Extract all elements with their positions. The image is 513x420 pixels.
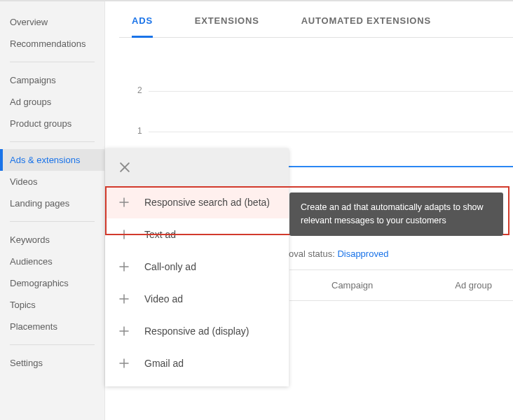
sidebar-item-videos[interactable]: Videos: [0, 171, 104, 192]
sidebar-item-audiences[interactable]: Audiences: [0, 251, 104, 272]
sidebar-item-overview[interactable]: Overview: [0, 11, 104, 33]
popup-option-video-ad[interactable]: Video ad: [105, 283, 289, 315]
option-label: Text ad: [144, 229, 176, 240]
sidebar-item-settings[interactable]: Settings: [0, 352, 104, 374]
table-header-row: Campaign Ad group: [289, 270, 513, 301]
sidebar-item-landing-pages[interactable]: Landing pages: [0, 192, 104, 214]
new-ad-popup: Responsive search ad (beta) Text ad Call…: [105, 148, 289, 386]
sidebar-item-ad-groups[interactable]: Ad groups: [0, 91, 104, 113]
close-icon[interactable]: [118, 160, 132, 174]
tooltip-text: Create an ad that automatically adapts t…: [301, 202, 484, 225]
option-label: Video ad: [144, 293, 183, 304]
sidebar-item-product-groups[interactable]: Product groups: [0, 113, 104, 134]
tab-extensions[interactable]: Extensions: [195, 15, 259, 37]
sidebar-item-placements[interactable]: Placements: [0, 316, 104, 337]
sidebar: Overview Recommendations Campaigns Ad gr…: [0, 1, 105, 420]
option-label: Responsive ad (display): [144, 326, 249, 337]
chart-tick-label: 1: [137, 126, 142, 136]
plus-icon: [118, 325, 130, 337]
chart-tick-label: 2: [137, 85, 142, 95]
tab-ads[interactable]: Ads: [132, 15, 153, 38]
divider: [10, 62, 95, 62]
option-label: Responsive search ad (beta): [144, 197, 270, 208]
popup-option-call-only-ad[interactable]: Call-only ad: [105, 251, 289, 283]
sidebar-item-ads-extensions[interactable]: Ads & extensions: [0, 149, 104, 171]
chart-gridline: [149, 132, 513, 132]
main-content: Ads Extensions Automated Extensions 2 1: [105, 1, 513, 420]
popup-option-text-ad[interactable]: Text ad: [105, 218, 289, 251]
column-header-campaign[interactable]: Campaign: [331, 280, 373, 290]
tab-automated-extensions[interactable]: Automated Extensions: [301, 15, 431, 37]
sidebar-item-demographics[interactable]: Demographics: [0, 272, 104, 294]
plus-icon: [118, 293, 130, 305]
plus-icon: [118, 228, 130, 241]
chart-gridline: [149, 91, 513, 92]
plus-icon: [118, 357, 130, 370]
approval-label: oval status:: [289, 248, 337, 259]
plus-icon: [118, 260, 130, 273]
app-root: Overview Recommendations Campaigns Ad gr…: [0, 0, 513, 420]
approval-status-link[interactable]: Disapproved: [337, 248, 388, 259]
divider: [10, 221, 95, 222]
sidebar-item-campaigns[interactable]: Campaigns: [0, 69, 104, 91]
sidebar-item-topics[interactable]: Topics: [0, 294, 104, 316]
popup-header: [105, 148, 289, 186]
popup-option-responsive-ad-display[interactable]: Responsive ad (display): [105, 315, 289, 347]
sidebar-item-recommendations[interactable]: Recommendations: [0, 33, 104, 55]
column-header-ad-group[interactable]: Ad group: [455, 280, 492, 290]
approval-status-row: oval status: Disapproved: [289, 248, 388, 259]
popup-option-responsive-search-ad[interactable]: Responsive search ad (beta): [105, 186, 289, 218]
tabs: Ads Extensions Automated Extensions: [119, 1, 513, 38]
sidebar-item-keywords[interactable]: Keywords: [0, 229, 104, 251]
tooltip: Create an ad that automatically adapts t…: [289, 192, 503, 236]
option-label: Gmail ad: [144, 358, 184, 369]
popup-option-gmail-ad[interactable]: Gmail ad: [105, 347, 289, 379]
option-label: Call-only ad: [144, 261, 196, 272]
divider: [10, 141, 95, 142]
plus-icon: [118, 196, 130, 209]
divider: [10, 344, 95, 345]
